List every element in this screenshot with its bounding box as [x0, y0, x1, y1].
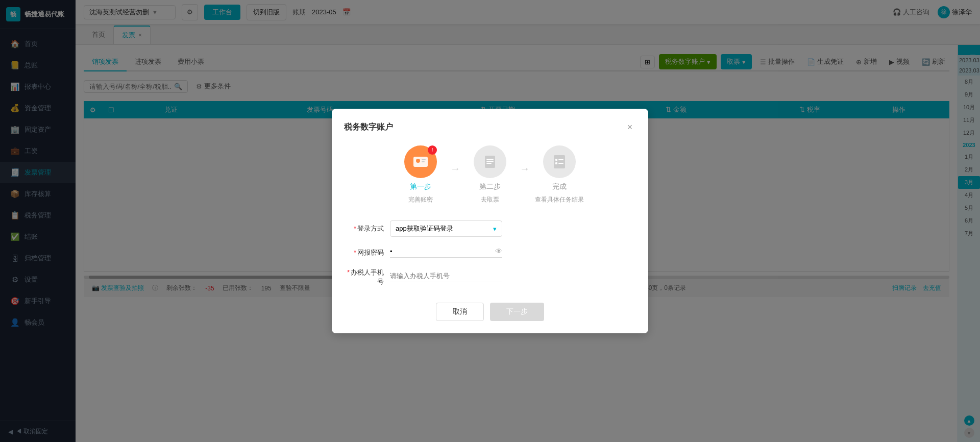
svg-rect-0 [413, 157, 428, 167]
phone-control [390, 272, 636, 282]
password-input[interactable] [390, 248, 495, 255]
password-group: 网报密码 👁 [344, 247, 636, 258]
login-method-value: app获取验证码登录 [396, 224, 453, 233]
login-method-label: 登录方式 [344, 224, 390, 233]
toggle-password-icon[interactable]: 👁 [495, 247, 502, 255]
modal-overlay[interactable]: 税务数字账户 × ! 第一步 [0, 0, 980, 442]
svg-rect-8 [554, 155, 565, 168]
svg-rect-9 [555, 159, 557, 161]
svg-rect-3 [422, 161, 425, 162]
step-3-icon-wrap [543, 145, 576, 178]
modal-footer: 取消 下一步 [344, 303, 636, 321]
select-dropdown-icon: ▾ [493, 225, 497, 233]
step-2-icon-wrap [474, 145, 506, 178]
step-1: ! 第一步 完善账密 [395, 145, 446, 204]
checklist-icon [550, 153, 569, 171]
login-method-group: 登录方式 app获取验证码登录 ▾ [344, 220, 636, 237]
password-control: 👁 [390, 247, 636, 258]
step-2-desc: 去取票 [481, 195, 499, 204]
modal-title: 税务数字账户 [344, 122, 393, 133]
step-2-title: 第二步 [479, 182, 501, 191]
person-card-icon [411, 153, 430, 171]
cancel-button[interactable]: 取消 [436, 303, 484, 321]
svg-rect-11 [555, 162, 557, 164]
phone-label: 办税人手机号 [344, 268, 390, 286]
step-1-title: 第一步 [410, 182, 431, 191]
step-2-icon [474, 145, 506, 178]
phone-input[interactable] [390, 272, 502, 282]
step-3: 完成 查看具体任务结果 [534, 145, 585, 204]
next-button[interactable]: 下一步 [490, 303, 544, 321]
step-3-desc: 查看具体任务结果 [535, 195, 584, 204]
step-3-title: 完成 [552, 182, 567, 191]
step-1-icon-wrap: ! [404, 145, 437, 178]
svg-rect-12 [558, 163, 564, 164]
login-method-select[interactable]: app获取验证码登录 ▾ [390, 220, 502, 237]
step-1-badge: ! [428, 145, 437, 155]
modal-form: 登录方式 app获取验证码登录 ▾ 网报密码 👁 [344, 220, 636, 286]
tax-digital-modal: 税务数字账户 × ! 第一步 [332, 109, 648, 333]
modal-header: 税务数字账户 × [344, 121, 636, 133]
svg-rect-6 [486, 161, 494, 162]
modal-close-button[interactable]: × [624, 121, 636, 133]
step-2: 第二步 去取票 [464, 145, 516, 204]
svg-rect-2 [422, 159, 426, 160]
svg-rect-7 [486, 163, 492, 164]
step-1-desc: 完善账密 [408, 195, 433, 204]
svg-point-1 [416, 159, 420, 163]
svg-rect-5 [486, 159, 494, 160]
login-method-control: app获取验证码登录 ▾ [390, 220, 636, 237]
step-3-icon [543, 145, 576, 178]
password-label: 网报密码 [344, 248, 390, 257]
password-field-wrap: 👁 [390, 247, 502, 258]
step-arrow-2: → [520, 163, 530, 187]
phone-group: 办税人手机号 [344, 268, 636, 286]
step-arrow-1: → [450, 163, 460, 187]
svg-rect-10 [558, 159, 564, 160]
document-icon [481, 153, 499, 171]
steps-indicator: ! 第一步 完善账密 → [344, 145, 636, 204]
